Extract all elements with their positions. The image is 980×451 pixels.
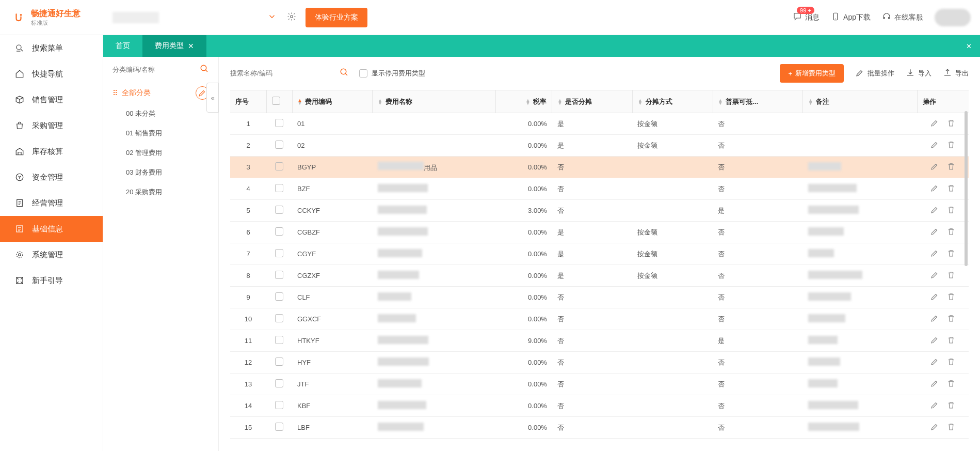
th-deduct[interactable]: ▲▼普票可抵... [713,90,803,113]
row-delete-icon[interactable] [946,162,956,173]
app-download-link[interactable]: App下载 [831,12,871,23]
row-edit-icon[interactable] [930,357,939,368]
sidebar-item-finance[interactable]: 资金管理 [0,164,103,190]
messages-link[interactable]: 99 + 消息 [793,12,820,23]
row-edit-icon[interactable] [930,162,939,173]
table-row[interactable]: 11HTKYF9.00%否是 [230,330,969,352]
category-search[interactable] [103,64,218,82]
row-delete-icon[interactable] [946,314,956,324]
cell-checkbox[interactable] [266,200,292,222]
table-row[interactable]: 8CGZXF0.00%是按金额否 [230,265,969,287]
row-delete-icon[interactable] [946,118,956,129]
collapse-panel-button[interactable]: « [206,83,219,113]
table-row[interactable]: 7CGYF0.00%是按金额否 [230,243,969,265]
customer-service-link[interactable]: 在线客服 [882,12,923,23]
avatar[interactable] [935,9,971,26]
export-link[interactable]: 导出 [943,68,969,79]
sidebar-item-inventory[interactable]: 库存核算 [0,138,103,164]
row-edit-icon[interactable] [930,227,939,238]
table-row[interactable]: 1010.00%是按金额否 [230,113,969,135]
row-edit-icon[interactable] [930,292,939,303]
row-edit-icon[interactable] [930,422,939,433]
cell-checkbox[interactable] [266,243,292,265]
cell-checkbox[interactable] [266,178,292,200]
table-row[interactable]: 6CGBZF0.00%是按金额否 [230,222,969,243]
row-delete-icon[interactable] [946,140,956,151]
th-seq[interactable]: 序号 [230,90,266,113]
row-edit-icon[interactable] [930,205,939,216]
table-row[interactable]: 12HYF0.00%否否 [230,352,969,374]
sidebar-item-guide[interactable]: 新手引导 [0,268,103,293]
row-delete-icon[interactable] [946,379,956,390]
row-edit-icon[interactable] [930,400,939,411]
row-delete-icon[interactable] [946,422,956,433]
row-delete-icon[interactable] [946,248,956,259]
cell-checkbox[interactable] [266,222,292,243]
row-delete-icon[interactable] [946,335,956,346]
th-remark[interactable]: ▲▼备注 [803,90,917,113]
table-row[interactable]: 5CCKYF3.00%否是 [230,200,969,222]
batch-ops-link[interactable]: 批量操作 [855,68,894,79]
category-item[interactable]: 01 销售费用 [103,123,218,143]
tabs-close-all[interactable]: ✕ [958,35,980,57]
row-delete-icon[interactable] [946,292,956,303]
show-disabled-checkbox[interactable]: 显示停用费用类型 [359,69,425,78]
cell-checkbox[interactable] [266,308,292,330]
row-edit-icon[interactable] [930,118,939,129]
row-delete-icon[interactable] [946,205,956,216]
th-mode[interactable]: ▲▼分摊方式 [632,90,713,113]
th-checkbox[interactable] [266,90,292,113]
sidebar-item-purchase[interactable]: 采购管理 [0,113,103,138]
row-edit-icon[interactable] [930,335,939,346]
cell-checkbox[interactable] [266,330,292,352]
sidebar-item-basic-info[interactable]: 基础信息 [0,216,103,242]
row-edit-icon[interactable] [930,379,939,390]
category-root[interactable]: ⠿ 全部分类 [103,82,218,104]
sidebar-item-business[interactable]: 经营管理 [0,190,103,216]
category-search-input[interactable] [113,66,200,73]
table-search-input[interactable] [230,69,340,77]
cell-checkbox[interactable] [266,417,292,439]
th-rate[interactable]: ▲▼税率 [495,90,552,113]
cell-checkbox[interactable] [266,352,292,374]
cell-checkbox[interactable] [266,265,292,287]
tab-expense-type[interactable]: 费用类型 ✕ [142,35,206,57]
category-item[interactable]: 20 采购费用 [103,182,218,202]
search-icon[interactable] [340,68,349,79]
th-share[interactable]: ▲▼是否分摊 [552,90,633,113]
scrollbar[interactable] [965,111,968,266]
cell-checkbox[interactable] [266,157,292,178]
sidebar-item-quick-nav[interactable]: 快捷导航 [0,61,103,87]
th-code[interactable]: ▲▼费用编码 [292,90,373,113]
add-expense-button[interactable]: + 新增费用类型 [780,64,844,83]
tab-home[interactable]: 首页 [103,35,142,57]
sidebar-item-system[interactable]: 系统管理 [0,242,103,268]
table-row[interactable]: 14KBF0.00%否否 [230,395,969,417]
row-edit-icon[interactable] [930,314,939,324]
cta-button[interactable]: 体验行业方案 [306,8,367,27]
row-delete-icon[interactable] [946,357,956,368]
gear-icon[interactable] [287,12,296,23]
table-search[interactable] [230,68,349,79]
company-selector[interactable] [113,12,277,23]
row-delete-icon[interactable] [946,227,956,238]
table-row[interactable]: 13JTF0.00%否否 [230,374,969,395]
cell-checkbox[interactable] [266,395,292,417]
table-row[interactable]: 4BZF0.00%否否 [230,178,969,200]
category-item[interactable]: 02 管理费用 [103,143,218,163]
th-name[interactable]: ▲▼费用名称 [373,90,496,113]
search-icon[interactable] [200,64,209,75]
category-item[interactable]: 03 财务费用 [103,163,218,182]
row-edit-icon[interactable] [930,183,939,194]
row-delete-icon[interactable] [946,270,956,281]
import-link[interactable]: 导入 [906,68,931,79]
category-item[interactable]: 00 未分类 [103,104,218,123]
table-row[interactable]: 3BGYP用品0.00%否否 [230,157,969,178]
cell-checkbox[interactable] [266,135,292,157]
cell-checkbox[interactable] [266,287,292,308]
row-edit-icon[interactable] [930,270,939,281]
sidebar-item-sales[interactable]: 销售管理 [0,87,103,113]
table-row[interactable]: 15LBF0.00%否否 [230,417,969,439]
table-row[interactable]: 2020.00%是按金额否 [230,135,969,157]
row-edit-icon[interactable] [930,248,939,259]
